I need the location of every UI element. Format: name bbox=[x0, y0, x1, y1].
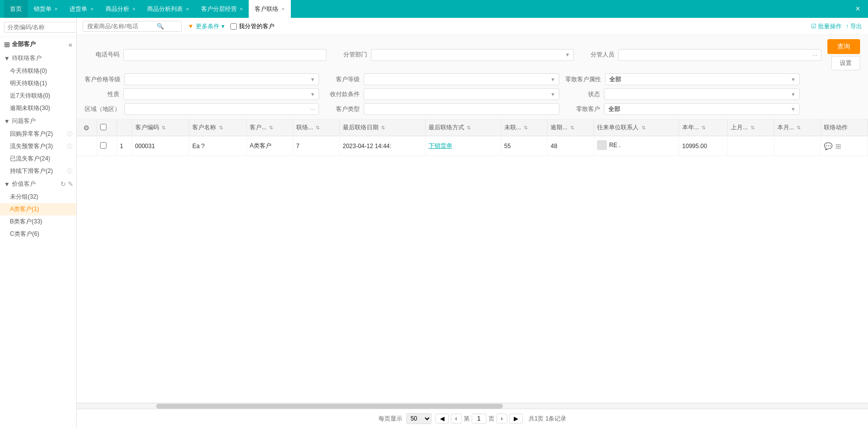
region-input[interactable] bbox=[124, 103, 319, 115]
sidebar-item-declining[interactable]: 持续下滑客户(2) ⓘ bbox=[0, 165, 76, 177]
customer-type-label: 客户类型 bbox=[325, 105, 360, 113]
sidebar-item-tomorrow[interactable]: 明天待联络(1) bbox=[0, 77, 76, 90]
message-icon[interactable]: 💬 bbox=[824, 142, 832, 150]
data-table-wrapper: ⚙ 客户编码 ⇅ 客户名称 ⇅ bbox=[77, 119, 868, 403]
nav-tab-analysis[interactable]: 商品分析 × bbox=[100, 0, 141, 18]
table-header-last-month[interactable]: 上月... ⇅ bbox=[728, 119, 774, 136]
refresh-icon[interactable]: ↻ bbox=[60, 180, 66, 188]
phone-input[interactable] bbox=[123, 49, 326, 61]
table-header-company-contact[interactable]: 往来单位联系人 ⇅ bbox=[594, 119, 679, 136]
sidebar-item-7days[interactable]: 近7天待联络(0) bbox=[0, 90, 76, 102]
gear-icon[interactable]: ⚙ bbox=[83, 124, 90, 132]
scattered-attr-input[interactable] bbox=[605, 73, 800, 85]
table-header-overdue[interactable]: 逾期... ⇅ bbox=[547, 119, 594, 136]
table-header-gear[interactable]: ⚙ bbox=[77, 119, 97, 136]
table-header-last-date[interactable]: 最后联络日期 ⇅ bbox=[339, 119, 425, 136]
sidebar-item-unclassified[interactable]: 未分组(32) bbox=[0, 191, 76, 203]
sidebar-section-value-header: ▼ 价值客户 ↻ ✎ bbox=[0, 177, 76, 191]
row-code: 000031 bbox=[132, 136, 189, 156]
manager-input[interactable] bbox=[618, 49, 821, 61]
customer-type-input[interactable] bbox=[364, 103, 559, 115]
sidebar-section-value[interactable]: ▼ 价值客户 bbox=[0, 177, 60, 191]
sidebar-item-a-class[interactable]: A类客户(1) bbox=[0, 203, 76, 215]
sidebar-collapse-button[interactable]: « bbox=[68, 41, 72, 49]
nav-tab-customer-contact-close[interactable]: × bbox=[281, 6, 284, 12]
customer-level-input[interactable] bbox=[364, 73, 559, 85]
filter-search-input[interactable] bbox=[87, 23, 157, 30]
my-customers-check[interactable] bbox=[230, 23, 237, 30]
filter-field-status: 状态 ▼ bbox=[565, 88, 800, 100]
horizontal-scrollbar[interactable] bbox=[77, 403, 868, 409]
scrollbar-thumb[interactable] bbox=[156, 404, 503, 409]
sidebar-item-warning[interactable]: 流失预警客户(3) ⓘ bbox=[0, 140, 76, 153]
nav-tab-analysis-list-close[interactable]: × bbox=[186, 6, 189, 12]
export-button[interactable]: ↑ 导出 bbox=[846, 22, 862, 31]
sidebar-item-overdue[interactable]: 逾期未联络(30) bbox=[0, 102, 76, 114]
payment-input[interactable] bbox=[364, 88, 559, 100]
batch-operation-button[interactable]: ☑ 批量操作 bbox=[811, 22, 842, 31]
filter-row-3: 性质 ▼ 收付款条件 ▼ 状态 bbox=[85, 88, 860, 100]
prev-page-button[interactable]: ‹ bbox=[451, 414, 462, 424]
sidebar-item-abnormal[interactable]: 回购异常客户(2) ⓘ bbox=[0, 128, 76, 140]
table-header-contact-count[interactable]: 联络... ⇅ bbox=[293, 119, 339, 136]
sidebar-item-c-class[interactable]: C类客户(6) bbox=[0, 228, 76, 240]
manager-label: 分管人员 bbox=[580, 51, 614, 59]
qr-icon[interactable]: ⊞ bbox=[835, 142, 841, 150]
table-header-code[interactable]: 客户编码 ⇅ bbox=[132, 119, 189, 136]
sidebar-search-input[interactable] bbox=[4, 22, 77, 33]
nav-tab-purchase-close[interactable]: × bbox=[90, 6, 93, 12]
nav-tab-purchase[interactable]: 进货单 × bbox=[63, 0, 99, 18]
sidebar-all-customers[interactable]: ⊞ 全部客户 « bbox=[0, 37, 76, 52]
filter-search-icon[interactable]: 🔍 bbox=[157, 23, 164, 30]
dept-input[interactable] bbox=[371, 49, 574, 61]
nav-tab-sales-close[interactable]: × bbox=[54, 6, 57, 12]
scattered-input[interactable] bbox=[604, 103, 800, 115]
sidebar-item-b-class[interactable]: B类客户(33) bbox=[0, 215, 76, 228]
filter-field-manager: 分管人员 ··· bbox=[580, 49, 821, 61]
nav-tab-sales-label: 销货单 bbox=[34, 5, 52, 13]
row-last-type-value[interactable]: 下销货单 bbox=[429, 142, 452, 149]
sidebar-item-today[interactable]: 今天待联络(0) bbox=[0, 65, 76, 77]
nav-tab-home[interactable]: 首页 bbox=[4, 0, 28, 18]
price-level-input[interactable] bbox=[124, 73, 319, 85]
level-header-label: 客户... bbox=[250, 124, 267, 131]
row-last-type[interactable]: 下销货单 bbox=[425, 136, 501, 156]
nav-tab-customer-contact[interactable]: 客户联络 × bbox=[249, 0, 290, 18]
query-button[interactable]: 查询 bbox=[827, 39, 860, 54]
select-all-checkbox[interactable] bbox=[100, 124, 107, 130]
table-header-no-contact[interactable]: 未联... ⇅ bbox=[501, 119, 547, 136]
nav-tab-analysis-close[interactable]: × bbox=[132, 6, 135, 12]
next-page-button[interactable]: › bbox=[496, 414, 507, 424]
table-header-last-type[interactable]: 最后联络方式 ⇅ bbox=[425, 119, 501, 136]
nature-input[interactable] bbox=[123, 88, 319, 100]
nav-tab-customer-tier[interactable]: 客户分层经营 × bbox=[195, 0, 249, 18]
declining-label: 持续下滑客户(2) bbox=[10, 167, 53, 175]
filter-bar: 🔍 ▼ 更多条件 ▾ 我分管的客户 ☑ 批量操作 ↑ 导出 bbox=[77, 18, 868, 35]
table-header-level[interactable]: 客户... ⇅ bbox=[246, 119, 293, 136]
more-conditions-button[interactable]: ▼ 更多条件 ▾ bbox=[188, 22, 224, 31]
settings-button[interactable]: 设置 bbox=[831, 56, 860, 70]
nav-tab-customer-tier-close[interactable]: × bbox=[240, 6, 243, 12]
edit-icon[interactable]: ✎ bbox=[68, 180, 73, 188]
contact-count-header-label: 联络... bbox=[296, 124, 313, 131]
first-page-button[interactable]: ◀ bbox=[435, 414, 449, 424]
close-all-tabs-button[interactable]: × bbox=[852, 4, 864, 13]
page-size-select[interactable]: 50 100 200 bbox=[406, 413, 432, 424]
sidebar-section-problem[interactable]: ▼ 问题客户 bbox=[0, 114, 76, 128]
total-records-label: 共1页 1条记录 bbox=[529, 415, 567, 423]
sidebar-section-pending[interactable]: ▼ 待联络客户 bbox=[0, 52, 76, 65]
today-pending-label: 今天待联络(0) bbox=[10, 67, 47, 74]
last-page-button[interactable]: ▶ bbox=[509, 414, 523, 424]
status-input[interactable] bbox=[604, 88, 800, 100]
row-select-checkbox[interactable] bbox=[100, 142, 107, 149]
this-month-sort-icon: ⇅ bbox=[797, 125, 801, 130]
nav-tab-sales[interactable]: 销货单 × bbox=[28, 0, 63, 18]
table-header-name[interactable]: 客户名称 ⇅ bbox=[189, 119, 247, 136]
table-header-this-month[interactable]: 本月... ⇅ bbox=[774, 119, 821, 136]
nature-wrapper: ▼ bbox=[123, 88, 319, 100]
sidebar-item-lost[interactable]: 已流失客户(24) bbox=[0, 153, 76, 165]
my-customers-checkbox[interactable]: 我分管的客户 bbox=[230, 22, 274, 31]
nav-tab-analysis-list[interactable]: 商品分析列表 × bbox=[141, 0, 195, 18]
page-number-input[interactable] bbox=[472, 414, 487, 424]
table-header-year-amount[interactable]: 本年... ⇅ bbox=[679, 119, 728, 136]
